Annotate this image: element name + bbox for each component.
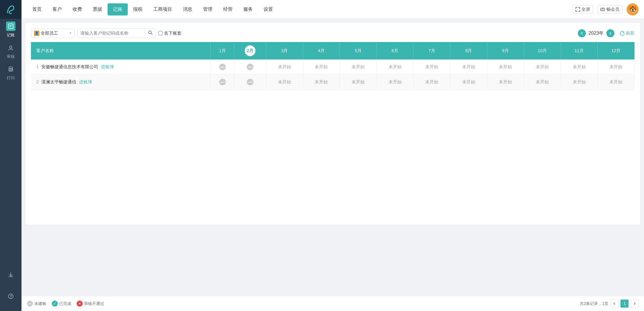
legend-rejected-label: 审核不通过	[84, 301, 104, 307]
sidebar-bottom	[0, 264, 22, 311]
review-icon	[6, 43, 15, 52]
status-not-started-text: 未开始	[573, 64, 586, 69]
customer-name: 安徽畅捷通信息技术有限公司	[41, 64, 98, 69]
sidebar-item-help[interactable]	[0, 285, 22, 307]
ledger-icon	[6, 22, 15, 31]
nav-item-business[interactable]: 工商项目	[148, 0, 177, 19]
col-header-m12: 12月	[598, 42, 635, 60]
next-year-button[interactable]	[606, 29, 614, 37]
row-index: 2	[36, 79, 39, 84]
refresh-button[interactable]: 刷新	[620, 30, 635, 36]
prev-year-button[interactable]	[578, 29, 586, 37]
status-not-started-text: 未开始	[573, 79, 586, 84]
status-not-started-text: 未开始	[609, 79, 622, 84]
month-cell-10: 未开始	[524, 75, 561, 90]
page-1-button[interactable]: 1	[620, 300, 629, 308]
month-cell-1: —	[211, 60, 234, 75]
employee-label: 全部员工	[41, 30, 58, 36]
month-cell-3: 未开始	[266, 60, 303, 75]
next-page-button[interactable]	[631, 300, 639, 308]
sidebar-item-label: 打印	[7, 75, 15, 81]
vip-label: 畅会员	[606, 6, 619, 12]
sidebar-item-print[interactable]: 打印	[0, 62, 22, 83]
my-accounts-checkbox[interactable]	[158, 31, 163, 35]
nav-item-billing[interactable]: 收费	[67, 0, 87, 19]
active-month-badge: 2月	[245, 45, 255, 56]
month-cell-7: 未开始	[413, 60, 450, 75]
print-icon	[6, 65, 15, 74]
sidebar-item-download[interactable]	[0, 264, 22, 285]
month-cell-10: 未开始	[524, 60, 561, 75]
year-nav: 2023年	[578, 29, 614, 37]
table-body: 1安徽畅捷通信息技术有限公司进账簿——未开始未开始未开始未开始未开始未开始未开始…	[31, 60, 635, 90]
status-not-started-text: 未开始	[315, 64, 328, 69]
month-cell-9: 未开始	[487, 75, 524, 90]
search-input[interactable]	[78, 29, 145, 37]
nav-item-home[interactable]: 首页	[27, 0, 47, 19]
nav-item-invoice[interactable]: 票据	[87, 0, 108, 19]
nav-item-message[interactable]: 消息	[177, 0, 198, 19]
prev-page-button[interactable]	[610, 300, 618, 308]
sidebar-item-ledger[interactable]: 记账	[0, 19, 22, 40]
col-header-m9: 9月	[487, 42, 524, 60]
month-cell-6: 未开始	[376, 75, 413, 90]
nav-item-ledger[interactable]: 记账	[108, 3, 128, 15]
status-not-started-text: 未开始	[278, 79, 291, 84]
refresh-label: 刷新	[626, 30, 635, 36]
refresh-icon	[620, 31, 625, 36]
sidebar-item-review[interactable]: 审核	[0, 40, 22, 62]
status-not-started-text: 未开始	[389, 64, 402, 69]
month-cell-11: 未开始	[561, 60, 598, 75]
download-icon	[6, 270, 15, 279]
legend-not-started: — 未建账	[27, 301, 46, 307]
nav-item-manage[interactable]: 管理	[198, 0, 218, 19]
employee-select[interactable]: 👤 全部员工 ▾	[31, 29, 75, 38]
col-header-m11: 11月	[561, 42, 598, 60]
col-header-m10: 10月	[524, 42, 561, 60]
month-cell-2: —	[234, 75, 266, 90]
legend-completed-label: 已完成	[59, 301, 71, 307]
status-not-started-text: 未开始	[536, 79, 549, 84]
col-header-m8: 8月	[450, 42, 487, 60]
fullscreen-button[interactable]: 全屏	[572, 5, 593, 14]
col-header-m5: 5月	[340, 42, 377, 60]
nav-item-operation[interactable]: 经营	[218, 0, 238, 19]
my-accounts-checkbox-wrap[interactable]: 名下账套	[158, 30, 182, 36]
user-avatar[interactable]: 🐯	[627, 3, 639, 15]
status-not-started-text: 未开始	[425, 64, 438, 69]
dropdown-arrow-icon: ▾	[70, 31, 72, 35]
search-icon	[148, 30, 153, 35]
next-page-icon	[633, 302, 636, 305]
content-area: 👤 全部员工 ▾ 名下账套	[22, 19, 644, 296]
nav-item-tax[interactable]: 报税	[128, 0, 148, 19]
nav-item-service[interactable]: 服务	[238, 0, 258, 19]
month-cell-11: 未开始	[561, 75, 598, 90]
legend-rejected: ✕ 审核不通过	[77, 301, 104, 307]
month-cell-7: 未开始	[413, 75, 450, 90]
search-button[interactable]	[145, 29, 155, 38]
svg-rect-0	[8, 24, 13, 29]
status-not-started-text: 未开始	[499, 79, 512, 84]
vip-button[interactable]: 畅会员	[597, 5, 622, 14]
month-cell-1: —	[211, 75, 234, 90]
nav-item-customer[interactable]: 客户	[47, 0, 67, 19]
sidebar: 记账 审核 打印	[0, 0, 22, 311]
enter-ledger-link[interactable]: 进账簿	[79, 79, 92, 84]
customer-name: 漠澜太平畅捷通信	[41, 79, 76, 84]
status-not-started-text: 未开始	[389, 79, 402, 84]
enter-ledger-link[interactable]: 进账簿	[101, 64, 114, 69]
month-cell-5: 未开始	[340, 60, 377, 75]
main-area: 首页 客户 收费 票据 记账 报税 工商项目 消息 管理 经营 服务 设置 全屏	[22, 0, 644, 311]
app-logo	[0, 0, 22, 19]
nav-item-settings[interactable]: 设置	[258, 0, 278, 19]
month-cell-8: 未开始	[450, 75, 487, 90]
total-records-label: 共2条记录，1页	[580, 301, 608, 307]
fullscreen-label: 全屏	[581, 6, 590, 12]
col-header-m7: 7月	[413, 42, 450, 60]
legend-x-icon: ✕	[77, 301, 83, 307]
row-name-cell: 1安徽畅捷通信息技术有限公司进账簿	[31, 60, 211, 75]
status-not-started-text: 未开始	[352, 64, 365, 69]
nav-items: 首页 客户 收费 票据 记账 报税 工商项目 消息 管理 经营 服务 设置	[27, 0, 572, 19]
top-nav: 首页 客户 收费 票据 记账 报税 工商项目 消息 管理 经营 服务 设置 全屏	[22, 0, 644, 19]
month-cell-6: 未开始	[376, 60, 413, 75]
